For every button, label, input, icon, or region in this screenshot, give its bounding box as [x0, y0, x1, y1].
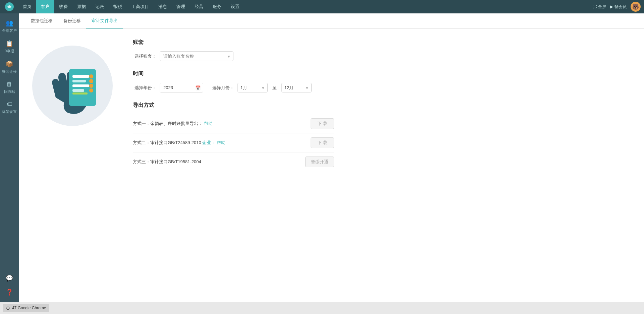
export-method-3-text: 方式三：审计接口GB/T19581-2004: [133, 159, 305, 165]
sidebar: 👥 全部客户 📋 0申报 📦 账套迁移 🗑 回收站 🏷 标签设置 💬 ❓: [0, 13, 19, 302]
member-label: 畅会员: [614, 4, 627, 10]
sidebar-item-label: 标签设置: [2, 109, 17, 114]
sidebar-item-account-migration[interactable]: 📦 账套迁移: [0, 57, 19, 77]
method-2-help-link[interactable]: 帮助: [217, 140, 225, 145]
export-method-2: 方式二：审计接口GB/T24589-2010 企业： 帮助 下 载: [133, 133, 334, 152]
svg-rect-2: [72, 75, 89, 78]
to-separator: 至: [272, 85, 277, 91]
time-form-row: 选择年份： 📅 选择月份： 1月2月3月4月 5月6月7月8月 9月10月11月…: [133, 83, 334, 92]
chat-icon: 💬: [6, 274, 13, 282]
sidebar-item-tag-settings[interactable]: 🏷 标签设置: [0, 98, 19, 118]
svg-point-8: [89, 84, 93, 88]
method-3-label: 方式三：审计接口GB/T19581-2004: [133, 159, 201, 164]
svg-rect-3: [72, 80, 86, 82]
fullscreen-icon: ⛶: [593, 4, 597, 9]
trash-icon: 🗑: [6, 81, 12, 88]
month-start-wrapper: 1月2月3月4月 5月6月7月8月 9月10月11月12月: [237, 83, 268, 92]
month-start-select[interactable]: 1月2月3月4月 5月6月7月8月 9月10月11月12月: [237, 83, 268, 92]
svg-rect-10: [72, 92, 88, 95]
export-method-3: 方式三：审计接口GB/T19581-2004 暂缓开通: [133, 152, 334, 171]
content-area: 数据包迁移 备份迁移 审计文件导出: [19, 13, 644, 302]
nav-home[interactable]: 首页: [18, 0, 36, 13]
nav-invoice[interactable]: 票据: [72, 0, 91, 13]
nav-settings[interactable]: 设置: [226, 0, 244, 13]
nav-business[interactable]: 工商项目: [127, 0, 154, 13]
account-label: 选择账套：: [133, 53, 156, 59]
sidebar-item-all-customers[interactable]: 👥 全部客户: [0, 16, 19, 37]
top-nav: 首页 客户 收费 票据 记账 报税 工商项目 消息 管理 经营 服务 设置 ⛶ …: [0, 0, 644, 13]
chrome-icon: ⊙: [6, 305, 10, 311]
declaration-icon: 📋: [6, 40, 13, 47]
method-1-help-link[interactable]: 帮助: [204, 121, 213, 126]
method-2-download-button[interactable]: 下 载: [311, 137, 334, 148]
account-section-title: 账套: [133, 39, 334, 46]
account-form-row: 选择账套： ▾: [133, 51, 334, 61]
taskbar: ⊙ 47 Google Chrome: [0, 302, 644, 314]
sidebar-item-label: 账套迁移: [2, 69, 17, 74]
sidebar-item-help[interactable]: ❓: [0, 285, 19, 299]
method-3-coming-soon-button[interactable]: 暂缓开通: [305, 156, 334, 167]
tab-audit-export[interactable]: 审计文件导出: [86, 14, 123, 28]
month-end-select[interactable]: 1月2月3月4月 5月6月7月8月 9月10月11月12月: [281, 83, 312, 92]
sidebar-item-chat[interactable]: 💬: [0, 271, 19, 285]
export-method-1: 方式一：余额表、序时账批量导出： 帮助 下 载: [133, 114, 334, 133]
sidebar-bottom: 💬 ❓: [0, 271, 19, 299]
nav-operation[interactable]: 经营: [190, 0, 208, 13]
export-section-title: 导出方式: [133, 102, 334, 109]
sidebar-item-label: 全部客户: [2, 28, 17, 33]
member-button[interactable]: ▶ 畅会员: [610, 4, 627, 10]
calendar-icon: 📅: [195, 85, 201, 90]
tab-backup-migration[interactable]: 备份迁移: [58, 14, 86, 28]
svg-point-7: [89, 79, 93, 83]
page-content: 账套 选择账套： ▾ 时间 选择年份：: [19, 29, 644, 302]
main-layout: 👥 全部客户 📋 0申报 📦 账套迁移 🗑 回收站 🏷 标签设置 💬 ❓: [0, 13, 644, 302]
help-icon: ❓: [6, 289, 13, 296]
sidebar-item-label: 0申报: [5, 49, 14, 54]
month-end-wrapper: 1月2月3月4月 5月6月7月8月 9月10月11月12月: [281, 83, 312, 92]
customers-icon: 👥: [6, 19, 13, 27]
illustration: [32, 46, 113, 126]
sidebar-item-zero-declaration[interactable]: 📋 0申报: [0, 37, 19, 57]
year-label: 选择年份：: [133, 85, 156, 91]
nav-manage[interactable]: 管理: [172, 0, 190, 13]
logo: [3, 1, 15, 13]
sidebar-item-label: 回收站: [4, 89, 15, 94]
inner-content: 账套 选择账套： ▾ 时间 选择年份：: [32, 39, 631, 171]
migration-icon: 📦: [6, 60, 13, 68]
nav-bookkeeping[interactable]: 记账: [91, 0, 109, 13]
method-1-download-button[interactable]: 下 载: [311, 118, 334, 129]
method-2-company-link[interactable]: 企业：: [202, 140, 215, 145]
method-1-label: 方式一：余额表、序时账批量导出：: [133, 121, 203, 126]
svg-rect-5: [72, 89, 84, 92]
top-nav-right: ⛶ 全屏 ▶ 畅会员 🐻: [593, 2, 641, 12]
svg-point-6: [89, 74, 93, 78]
nav-service[interactable]: 服务: [208, 0, 226, 13]
tab-data-migration[interactable]: 数据包迁移: [25, 14, 58, 28]
svg-rect-4: [72, 84, 89, 87]
svg-point-9: [89, 88, 93, 92]
fullscreen-button[interactable]: ⛶ 全屏: [593, 4, 606, 10]
nav-customer[interactable]: 客户: [36, 0, 54, 13]
tabs-bar: 数据包迁移 备份迁移 审计文件导出: [19, 13, 644, 29]
method-2-label: 方式二：审计接口GB/T24589-2010: [133, 140, 201, 145]
fullscreen-label: 全屏: [598, 4, 606, 10]
account-select-wrapper: [160, 51, 233, 61]
time-section-title: 时间: [133, 70, 334, 77]
month-label: 选择月份：: [211, 85, 234, 91]
export-method-2-text: 方式二：审计接口GB/T24589-2010 企业： 帮助: [133, 140, 311, 146]
nav-items: 首页 客户 收费 票据 记账 报税 工商项目 消息 管理 经营 服务 设置: [18, 0, 593, 13]
taskbar-item-label: 47 Google Chrome: [12, 306, 46, 310]
nav-message[interactable]: 消息: [154, 0, 172, 13]
form-area: 账套 选择账套： ▾ 时间 选择年份：: [133, 39, 334, 171]
sidebar-item-recycle[interactable]: 🗑 回收站: [0, 77, 19, 98]
account-select-input[interactable]: [160, 51, 233, 61]
nav-tax[interactable]: 报税: [109, 0, 127, 13]
taskbar-chrome-item[interactable]: ⊙ 47 Google Chrome: [3, 304, 49, 312]
export-method-1-text: 方式一：余额表、序时账批量导出： 帮助: [133, 121, 311, 127]
avatar[interactable]: 🐻: [631, 2, 641, 12]
member-icon: ▶: [610, 4, 613, 9]
tag-icon: 🏷: [6, 101, 12, 108]
nav-fee[interactable]: 收费: [54, 0, 72, 13]
